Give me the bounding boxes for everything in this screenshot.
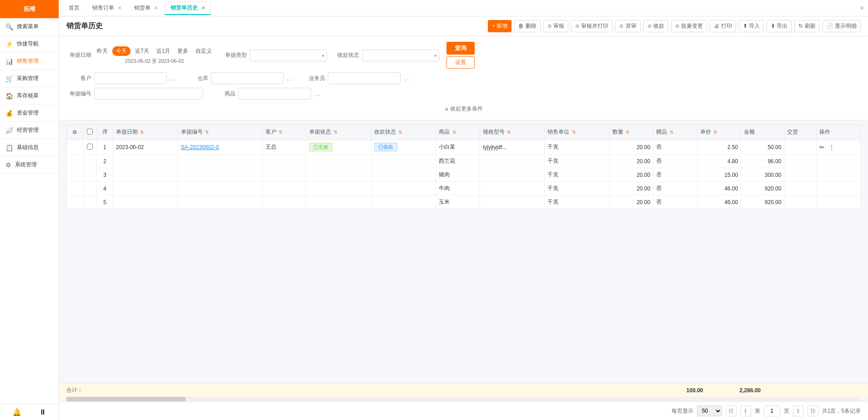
sidebar-item-quick-nav[interactable]: ⚡ 快捷导航: [0, 35, 59, 53]
next-page-btn[interactable]: ⟩: [793, 405, 804, 416]
shortcut-yesterday[interactable]: 昨天: [94, 46, 110, 56]
audit-print-button[interactable]: ⊙ 审核并打印: [571, 20, 612, 32]
cell-spec: [480, 168, 545, 182]
th-product[interactable]: 商品 ⇅: [436, 125, 480, 140]
last-page-btn[interactable]: ⟩⟩: [808, 405, 818, 416]
edit-icon[interactable]: ✏: [819, 144, 825, 151]
shortcut-custom[interactable]: 自定义: [193, 46, 215, 56]
settings-button[interactable]: 设置: [447, 56, 475, 69]
pause-icon[interactable]: ⏸: [39, 408, 46, 416]
product-input[interactable]: [238, 88, 311, 100]
th-collect-status[interactable]: 收款状态 ⇅: [371, 125, 436, 140]
tab-close-sales-history[interactable]: ✕: [201, 5, 205, 10]
sidebar-item-base-info[interactable]: 📋 基础信息: [0, 139, 59, 156]
sidebar-item-inventory[interactable]: 🏠 库存核算: [0, 87, 59, 105]
table-row: 2 西兰花 千克 20.00 否 4.80 96.00: [67, 155, 861, 168]
cell-checkbox: [83, 195, 97, 209]
query-button[interactable]: 查询: [447, 42, 475, 55]
shortcut-today[interactable]: 今天: [112, 46, 130, 56]
per-page-select[interactable]: 10 20 50 100: [697, 405, 722, 416]
table-row: 4 牛肉 千克 20.00 否 46.00 920.00: [67, 182, 861, 195]
doc-type-select[interactable]: [250, 50, 327, 61]
th-customer[interactable]: 客户 ⇅: [262, 125, 306, 140]
doc-status-badge: 已生效: [309, 143, 332, 151]
page-number-input[interactable]: [764, 405, 780, 416]
notification-icon[interactable]: 🔔: [12, 408, 21, 416]
collect-button[interactable]: ⊙ 收款: [643, 20, 668, 32]
row-checkbox[interactable]: [87, 144, 93, 150]
th-deal: 交货: [784, 125, 817, 140]
sidebar-item-label: 采购管理: [17, 75, 39, 82]
first-page-btn[interactable]: ⟨⟨: [726, 405, 737, 416]
cell-gear: [67, 195, 83, 209]
th-amount: 金额: [741, 125, 784, 140]
th-spec[interactable]: 规格型号 ⇅: [480, 125, 545, 140]
sidebar-item-label: 快捷导航: [17, 40, 39, 48]
tab-close-sales-delivery[interactable]: ✕: [154, 5, 158, 10]
collect-status-select[interactable]: [362, 50, 439, 61]
th-doc-no[interactable]: 单据编号 ⇅: [178, 125, 262, 140]
shortcut-more[interactable]: 更多: [175, 46, 191, 56]
sidebar-item-ops[interactable]: 📈 经营管理: [0, 122, 59, 139]
doc-no-link[interactable]: SA-20230602-0: [181, 144, 219, 150]
table-row: 3 猪肉 千克 20.00 否 15.00 300.00: [67, 168, 861, 182]
cell-amount: 96.00: [741, 155, 784, 168]
select-all-checkbox[interactable]: [87, 129, 93, 135]
cell-doc-no: [178, 155, 262, 168]
inventory-icon: 🏠: [5, 92, 13, 100]
cell-collect-status: [371, 182, 436, 195]
cell-product: 牛肉: [436, 182, 480, 195]
delete-button[interactable]: 🗑 删除: [514, 20, 540, 32]
th-doc-status[interactable]: 单据状态 ⇅: [306, 125, 371, 140]
tab-close-sales-order[interactable]: ✕: [118, 5, 121, 10]
sidebar-item-sys-mgmt[interactable]: ⚙ 系统管理: [0, 156, 59, 174]
export-button[interactable]: ⬇ 导出: [767, 20, 792, 32]
tab-sales-history[interactable]: 销货单历史 ✕: [165, 1, 211, 15]
tab-home[interactable]: 首页: [63, 1, 85, 15]
sort-spec-icon: ⇅: [507, 130, 511, 135]
tab-sales-order[interactable]: 销售订单 ✕: [86, 1, 127, 15]
cell-gift: 否: [653, 195, 697, 209]
salesperson-input[interactable]: [328, 72, 401, 84]
tab-sales-delivery[interactable]: 销货单 ✕: [128, 1, 164, 15]
batch-change-button[interactable]: ⊙ 批量变更: [671, 20, 707, 32]
customer-input[interactable]: [94, 72, 167, 84]
date-range-display: 2023-06-02 至 2023-06-02: [125, 58, 184, 65]
shortcut-7days[interactable]: 近7天: [132, 46, 152, 56]
warehouse-input[interactable]: [211, 72, 284, 84]
cell-num: 3: [97, 168, 113, 182]
product-dots-btn[interactable]: …: [314, 90, 320, 97]
import-button[interactable]: ⬆ 导入: [739, 20, 764, 32]
more-icon[interactable]: ⋮: [828, 144, 835, 151]
sidebar-item-finance[interactable]: 💰 资金管理: [0, 105, 59, 122]
refresh-button[interactable]: ↻ 刷新: [794, 20, 819, 32]
prev-page-btn[interactable]: ⟨: [740, 405, 751, 416]
sidebar-item-purchase-mgmt[interactable]: 🛒 采购管理: [0, 70, 59, 87]
th-gift[interactable]: 赠品 ⇅: [653, 125, 697, 140]
abandon-button[interactable]: ⊙ 弃审: [615, 20, 640, 32]
new-button[interactable]: + 新增: [488, 20, 512, 32]
th-doc-date[interactable]: 单据日期 ⇅: [113, 125, 178, 140]
cell-gift: 否: [653, 168, 697, 182]
doc-no-input[interactable]: [94, 88, 203, 100]
th-unit[interactable]: 销售单位 ⇅: [545, 125, 610, 140]
print-button[interactable]: 🖨 打印: [710, 20, 736, 32]
window-close-icon[interactable]: ✕: [860, 5, 864, 11]
th-checkbox: [83, 125, 97, 140]
collapse-button[interactable]: ∧ 收起更多条件: [441, 103, 487, 115]
sidebar-item-search-menu[interactable]: 🔍 搜索菜单: [0, 18, 59, 35]
search-menu-icon: 🔍: [5, 23, 13, 30]
cell-customer: [262, 195, 306, 209]
cell-unit: 千克: [545, 140, 610, 155]
warehouse-dots-btn[interactable]: …: [286, 75, 293, 82]
horizontal-scrollbar[interactable]: [66, 397, 186, 401]
shortcut-1month[interactable]: 近1月: [154, 46, 173, 56]
sidebar-item-sales-mgmt[interactable]: 📊 销售管理: [0, 53, 59, 70]
th-gear[interactable]: ⚙: [67, 125, 83, 140]
th-price[interactable]: 单价 ⇅: [697, 125, 741, 140]
th-qty[interactable]: 数量 ⇅: [609, 125, 653, 140]
show-detail-button[interactable]: 📄 显示明细: [823, 20, 861, 32]
customer-dots-btn[interactable]: …: [170, 75, 176, 82]
audit-button[interactable]: ⊙ 审核: [543, 20, 568, 32]
salesperson-dots-btn[interactable]: …: [403, 75, 410, 82]
